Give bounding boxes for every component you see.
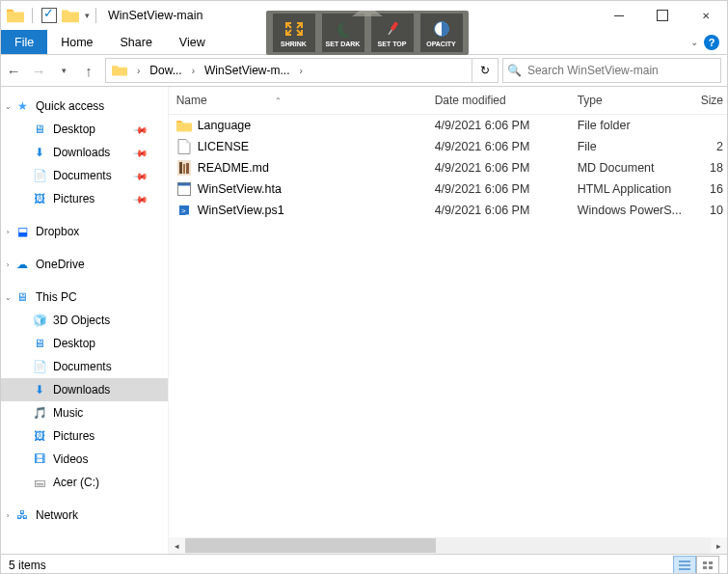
- file-type: HTML Application: [570, 182, 693, 196]
- nav-network[interactable]: › 🖧 Network: [1, 504, 168, 527]
- file-size: 10: [693, 204, 727, 217]
- floating-toolbar[interactable]: SHRINK SET DARK SET TOP OPACITY: [266, 11, 469, 55]
- column-date[interactable]: Date modified: [427, 94, 570, 107]
- view-large-icons-button[interactable]: [696, 556, 719, 574]
- nav-pc-item[interactable]: 🖴 Acer (C:): [1, 471, 168, 494]
- nav-onedrive[interactable]: › ☁ OneDrive: [1, 253, 168, 276]
- scroll-right-icon[interactable]: ▸: [711, 537, 727, 554]
- column-size[interactable]: Size: [693, 94, 727, 107]
- tab-view[interactable]: View: [166, 30, 219, 54]
- maximize-button[interactable]: [640, 1, 684, 30]
- expand-icon[interactable]: ⌄: [3, 293, 13, 302]
- qat-separator: [32, 8, 33, 23]
- qat-customize-icon[interactable]: ▾: [85, 11, 90, 20]
- nav-item-label: OneDrive: [36, 258, 85, 271]
- search-box[interactable]: 🔍: [502, 58, 721, 83]
- chevron-right-icon[interactable]: ›: [296, 66, 307, 76]
- nav-item-label: Quick access: [36, 99, 104, 113]
- file-type: File: [570, 140, 693, 153]
- address-bar[interactable]: › Dow... › WinSetView-m... › ↻: [105, 58, 499, 83]
- breadcrumb-item[interactable]: Dow...: [144, 59, 187, 82]
- help-icon[interactable]: ?: [704, 35, 719, 50]
- nav-item-label: Documents: [53, 169, 112, 182]
- search-icon: 🔍: [503, 64, 526, 77]
- nav-pc-item[interactable]: 🖼 Pictures: [1, 424, 168, 448]
- ribbon-expand-icon[interactable]: ⌄: [690, 37, 698, 47]
- nav-quick-item[interactable]: 📄 Documents 📌: [1, 164, 168, 187]
- expand-icon[interactable]: ›: [3, 260, 13, 269]
- svg-rect-5: [177, 183, 190, 186]
- qat-properties-icon[interactable]: [39, 5, 60, 26]
- tab-share[interactable]: Share: [107, 30, 166, 54]
- nav-recent-icon[interactable]: ▾: [51, 57, 76, 84]
- nav-pc-item[interactable]: ⬇ Downloads: [1, 378, 168, 401]
- view-details-button[interactable]: [673, 556, 696, 574]
- file-name: README.md: [198, 161, 269, 175]
- cloud-icon: ☁: [14, 257, 30, 272]
- nav-quick-item[interactable]: 🖼 Pictures 📌: [1, 187, 168, 210]
- file-type: File folder: [570, 119, 693, 132]
- nav-this-pc[interactable]: ⌄ 🖥 This PC: [1, 286, 168, 309]
- file-name: Language: [198, 119, 252, 132]
- overlay-shrink-button[interactable]: SHRINK: [273, 14, 315, 52]
- nav-pc-item[interactable]: 🖥 Desktop: [1, 332, 168, 355]
- nav-forward-button[interactable]: →: [26, 57, 51, 84]
- file-row[interactable]: WinSetView.hta 4/9/2021 6:06 PM HTML App…: [169, 178, 727, 200]
- refresh-button[interactable]: ↻: [472, 59, 498, 82]
- nav-pc-item[interactable]: 🎞 Videos: [1, 448, 168, 471]
- nav-item-label: Videos: [53, 452, 88, 466]
- file-row[interactable]: README.md 4/9/2021 6:06 PM MD Document 1…: [169, 157, 727, 178]
- svg-rect-14: [703, 566, 707, 569]
- nav-back-button[interactable]: ←: [1, 57, 26, 84]
- nav-quick-item[interactable]: 🖥 Desktop 📌: [1, 118, 168, 141]
- app-folder-icon: [5, 5, 26, 26]
- horizontal-scrollbar[interactable]: ◂ ▸: [169, 537, 727, 554]
- breadcrumb-item[interactable]: WinSetView-m...: [199, 59, 295, 82]
- svg-rect-13: [709, 561, 713, 564]
- desktop-icon: 🖥: [32, 122, 47, 137]
- tab-file[interactable]: File: [1, 30, 47, 54]
- nav-pc-item[interactable]: 📄 Documents: [1, 355, 168, 378]
- close-button[interactable]: ✕: [684, 1, 727, 30]
- scroll-thumb[interactable]: [185, 538, 437, 553]
- qat-newfolder-icon[interactable]: [60, 5, 81, 26]
- downloads-icon: ⬇: [32, 382, 47, 397]
- overlay-moon-button[interactable]: SET DARK: [322, 14, 364, 52]
- column-headers: Name ⌃ Date modified Type Size: [169, 87, 727, 115]
- 3d-icon: 🧊: [32, 313, 47, 328]
- expand-icon[interactable]: ⌄: [3, 102, 13, 111]
- column-type[interactable]: Type: [570, 94, 693, 107]
- dropbox-icon: ⬓: [14, 224, 30, 239]
- overlay-button-label: OPACITY: [426, 41, 456, 47]
- monitor-icon: 🖥: [14, 289, 30, 305]
- ps1-icon: >_: [176, 203, 192, 218]
- nav-up-button[interactable]: ↑: [76, 57, 101, 84]
- nav-quick-item[interactable]: ⬇ Downloads 📌: [1, 141, 168, 164]
- tab-home[interactable]: Home: [47, 30, 106, 54]
- opacity-icon: [430, 19, 453, 39]
- nav-item-label: Desktop: [53, 337, 95, 350]
- star-icon: ★: [14, 98, 30, 114]
- nav-quick-access[interactable]: ⌄ ★ Quick access: [1, 95, 168, 118]
- nav-pc-item[interactable]: 🧊 3D Objects: [1, 309, 168, 332]
- content-pane: Name ⌃ Date modified Type Size Language …: [168, 87, 727, 554]
- minimize-button[interactable]: [597, 1, 640, 30]
- file-row[interactable]: Language 4/9/2021 6:06 PM File folder: [169, 115, 727, 136]
- search-input[interactable]: [526, 63, 720, 78]
- file-row[interactable]: LICENSE 4/9/2021 6:06 PM File 2: [169, 136, 727, 157]
- overlay-opacity-button[interactable]: OPACITY: [420, 14, 463, 52]
- chevron-right-icon[interactable]: ›: [133, 66, 144, 76]
- scroll-left-icon[interactable]: ◂: [169, 537, 185, 554]
- nav-dropbox[interactable]: › ⬓ Dropbox: [1, 220, 168, 243]
- expand-icon[interactable]: ›: [3, 511, 13, 520]
- expand-icon[interactable]: ›: [3, 228, 13, 236]
- svg-rect-16: [390, 21, 397, 31]
- column-name[interactable]: Name ⌃: [169, 94, 427, 107]
- pictures-icon: 🖼: [32, 191, 47, 206]
- overlay-pin-button[interactable]: SET TOP: [371, 14, 414, 52]
- nav-pc-item[interactable]: 🎵 Music: [1, 401, 168, 424]
- chevron-right-icon[interactable]: ›: [188, 66, 199, 76]
- breadcrumb-root-icon[interactable]: [106, 59, 133, 82]
- file-row[interactable]: >_WinSetView.ps1 4/9/2021 6:06 PM Window…: [169, 200, 727, 221]
- pin-icon: 📌: [133, 122, 148, 137]
